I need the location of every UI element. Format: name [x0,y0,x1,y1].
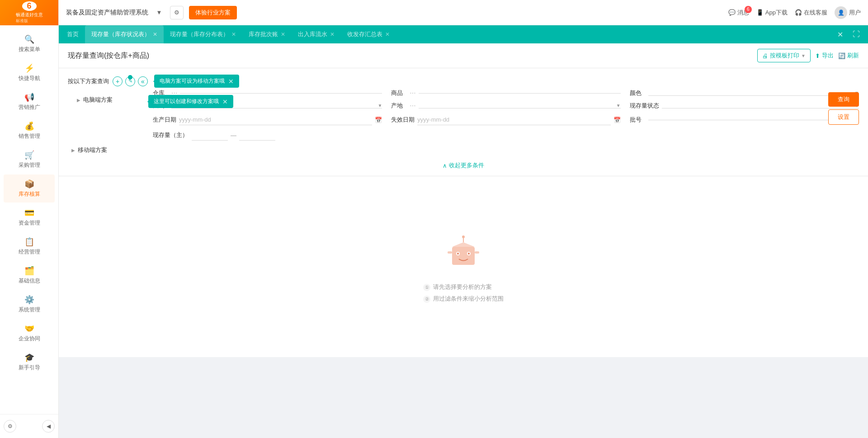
stock-main-from-input[interactable] [192,130,228,141]
tab-maximize-btn[interactable]: ⛶ [850,28,863,41]
tooltip1-text: 电脑方案可设为移动方案哦 [160,77,225,85]
app-download-btn[interactable]: 📱 App下载 [756,9,788,17]
guide-icon: 🎓 [24,353,34,363]
message-icon: 💬 [728,9,736,16]
tab-stock-dist-label: 现存量（库存分布表） [170,30,229,38]
sidebar-item-sales[interactable]: 💰 销售管理 [4,117,55,145]
tab-summary[interactable]: 收发存汇总表 ✕ [341,25,396,43]
sidebar-item-label: 快捷导航 [19,75,40,82]
filter-back-btn[interactable]: « [138,76,148,86]
size-dropdown[interactable]: ▼ [377,103,382,108]
sales-icon: 💰 [24,121,34,131]
goods-dots[interactable]: ··· [410,89,415,97]
tab-stock-dist-close[interactable]: ✕ [231,31,236,38]
tooltip1-close-btn[interactable]: ✕ [228,78,234,85]
service-icon: 🎧 [795,9,802,16]
sidebar-collapse-btn[interactable]: ◀ [42,420,55,433]
sidebar-item-finance[interactable]: 💳 资金管理 [4,203,55,231]
scheme-mobile[interactable]: ▶ 移动端方案 [71,142,859,158]
tab-summary-close[interactable]: ✕ [385,31,390,38]
filter-batch: 批号 [630,116,859,124]
sidebar-item-system[interactable]: ⚙️ 系统管理 [4,290,55,318]
sidebar-item-search[interactable]: 🔍 搜索菜单 [4,30,55,58]
svg-rect-0 [452,247,475,265]
sidebar-item-quicknav[interactable]: ⚡ 快捷导航 [4,59,55,87]
scheme-arrow: ▶ [77,98,80,103]
data-area: 请先选择要分析的方案 用过滤条件来缩小分析范围 [59,176,868,357]
filter-production-date: 生产日期 📅 [153,114,382,125]
tooltip2-text: 这里可以创建和修改方案哦 [154,98,219,105]
sidebar-item-operation[interactable]: 📋 经营管理 [4,232,55,260]
system-name: 装备及固定资产辅助管理系统 [66,9,148,17]
sidebar-item-inventory[interactable]: 📦 库存核算 [4,174,55,203]
svg-point-6 [462,235,465,238]
refresh-icon: 🔄 [838,52,845,59]
operation-icon: 📋 [24,237,34,247]
sidebar-item-basic[interactable]: 🗂️ 基础信息 [4,261,55,289]
collapse-btn[interactable]: ∧ 收起更多条件 [443,161,484,170]
search-btn[interactable]: 查询 [828,92,859,107]
sidebar-item-label: 企业协同 [19,335,40,343]
header-settings-btn[interactable]: ⚙ [170,6,184,19]
message-btn[interactable]: 💬 消息 6 [728,9,749,17]
scheme-list: ▶ 电脑端方案 [71,92,144,108]
goods-label: 商品 [391,89,407,97]
filter-color: 颜色 ▼ [630,89,859,97]
expiry-date-input[interactable] [417,114,610,125]
tab-stock-status[interactable]: 现存量（库存状况表） ✕ [85,25,164,43]
tab-flow-close[interactable]: ✕ [330,31,335,38]
sidebar-item-label: 经营管理 [19,248,40,256]
empty-state: 请先选择要分析的方案 用过滤条件来缩小分析范围 [423,229,504,305]
tab-batch[interactable]: 库存批次账 ✕ [242,25,292,43]
filter-add-btn[interactable]: + [113,76,123,86]
sidebar-item-marketing[interactable]: 📢 营销推广 [4,88,55,116]
sidebar-item-label: 新手引导 [19,364,40,372]
tab-stock-status-close[interactable]: ✕ [153,31,157,38]
logo-icon: 6 [22,1,37,11]
tab-batch-close[interactable]: ✕ [281,31,285,38]
expiry-date-calendar-icon[interactable]: 📅 [613,117,621,123]
sidebar-item-label: 营销推广 [19,104,40,111]
sidebar-item-purchase[interactable]: 🛒 采购管理 [4,146,55,174]
production-date-label: 生产日期 [153,116,176,124]
origin-dots[interactable]: ··· [410,102,415,110]
origin-dropdown[interactable]: ▼ [616,103,621,108]
tab-close-all-btn[interactable]: ✕ [834,28,846,41]
production-date-calendar-icon[interactable]: 📅 [375,117,382,123]
tooltip2-close-btn[interactable]: ✕ [222,98,228,105]
filter-expiry-date: 失效日期 📅 [391,114,620,125]
header-right: 💬 消息 6 📱 App下载 🎧 在线客服 👤 用户 [728,6,861,19]
filter-area: 按以下方案查询 + ✎ « 电脑方案可设为移动方案哦 ✕ [59,68,868,176]
sidebar-item-enterprise[interactable]: 🤝 企业协同 [4,319,55,347]
svg-point-3 [457,253,459,254]
tab-home-label: 首页 [67,30,79,38]
main-area: 装备及固定资产辅助管理系统 ▼ ⚙ 体验行业方案 💬 消息 6 📱 App下载 … [59,0,868,438]
svg-point-4 [468,253,470,254]
refresh-btn[interactable]: 🔄 刷新 [838,52,859,60]
scheme-desktop[interactable]: ▶ 电脑端方案 [71,92,144,108]
sidebar-settings-btn[interactable]: ⚙ [4,420,16,433]
svg-rect-8 [475,251,479,254]
tabs-bar: 首页 现存量（库存状况表） ✕ 现存量（库存分布表） ✕ 库存批次账 ✕ 出入库… [59,25,868,43]
tooltip-create-scheme: 这里可以创建和修改方案哦 ✕ [148,95,233,108]
export-btn[interactable]: ⬆ 导出 [815,52,834,60]
industry-btn[interactable]: 体验行业方案 [189,6,237,19]
filter-stock-status: 现存量状态 ▼ [630,102,859,110]
filter-fields: 仓库 ··· 商品 ··· 颜色 ▼ [153,89,859,141]
tab-stock-status-label: 现存量（库存状况表） [91,30,150,38]
enterprise-icon: 🤝 [24,324,34,334]
tab-stock-dist[interactable]: 现存量（库存分布表） ✕ [164,25,242,43]
tab-home[interactable]: 首页 [61,25,85,43]
template-print-btn[interactable]: 🖨 按模板打印 ▼ [757,49,811,62]
stock-main-to-input[interactable] [239,130,275,141]
set-btn[interactable]: 设置 [828,109,859,125]
tab-flow[interactable]: 出入库流水 ✕ [292,25,341,43]
user-btn[interactable]: 👤 用户 [835,6,861,19]
system-dropdown-btn[interactable]: ▼ [154,7,165,18]
filter-action-buttons: 查询 设置 [828,92,859,125]
online-service-label: 在线客服 [804,9,827,17]
online-service-btn[interactable]: 🎧 在线客服 [795,9,827,17]
sidebar-item-guide[interactable]: 🎓 新手引导 [4,348,55,376]
header: 装备及固定资产辅助管理系统 ▼ ⚙ 体验行业方案 💬 消息 6 📱 App下载 … [59,0,868,25]
production-date-input[interactable] [179,114,372,125]
